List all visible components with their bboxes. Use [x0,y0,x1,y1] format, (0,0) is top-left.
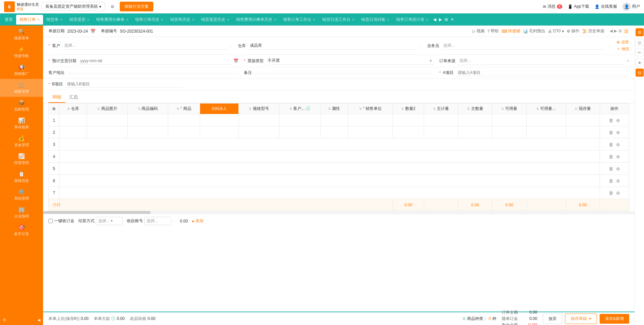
customer-code-info-icon[interactable]: ⓘ [306,106,310,111]
tab-close-icon[interactable]: ✕ [192,18,194,22]
print-action[interactable]: 🖨 打印 ▾ [548,28,564,34]
fullscreen-icon[interactable]: ⊡ [623,29,629,34]
scan-input-btn[interactable]: 扫码录入 [210,106,229,112]
salesperson-expand-icon[interactable]: ··· [608,43,611,48]
th-product-name[interactable]: ⇅ * 商品 [168,104,200,114]
th-attribute[interactable]: ⇅ 属性 [320,104,348,114]
row-1-main-qty[interactable] [458,114,492,126]
sidebar-settings-btn[interactable]: ⚙ [3,318,6,322]
tab-order-history[interactable]: 销售订单历史 ✕ [132,15,167,25]
th-current-stock[interactable]: ⇅ 现存量 [566,104,600,114]
warehouse-input[interactable]: 成品库 [248,42,416,50]
sidebar-item-basic-info[interactable]: 📋 基础信息 [0,168,43,186]
row-1-attribute[interactable] [320,114,348,126]
shortcut-action[interactable]: ⌨ 快捷键 [501,28,520,34]
tab-slip-history[interactable]: 销货单历史 ✕ [167,15,198,25]
row-1-warehouse[interactable] [60,114,87,126]
sidebar-item-operations[interactable]: 📈 经营管理 [0,150,43,168]
app-download-link[interactable]: 📱 App下载 [568,4,589,9]
horizontal-scrollbar[interactable] [43,211,635,214]
right-tool-edit[interactable]: ✏ [636,48,644,56]
prev-record-icon[interactable]: ◀ [610,29,613,34]
th-quantity2[interactable]: ⇅ 数量2 [393,104,424,114]
th-main-unit[interactable]: ⇅ 主计量 [424,104,458,114]
th-sales-unit[interactable]: ⇅ * 销售单位 [348,104,393,114]
tab-close-icon[interactable]: ✕ [87,18,89,22]
sidebar-item-search[interactable]: 🔍 搜索菜单 [0,26,43,43]
tab-close-icon[interactable]: ✕ [387,18,389,22]
row-1-available2[interactable] [526,114,566,126]
account-expand-icon[interactable]: ··· [173,219,176,224]
row-1-sales-unit[interactable] [348,114,393,126]
th-available[interactable]: ⇅ 可用量 [492,104,526,114]
tab-detail[interactable]: 明细 [48,92,65,103]
tab-close-icon[interactable]: ✕ [60,18,63,22]
operate-action[interactable]: ⚙ 操作 [567,28,579,34]
address-expand-icon[interactable]: ··· [235,71,238,75]
row-copy-btn[interactable]: ⊕ [615,141,621,148]
user-menu[interactable]: 👤 用户 [622,3,640,11]
row-2-stock[interactable] [566,126,600,138]
sidebar-item-finance[interactable]: 💰 资金管理 [0,132,43,150]
row-1-available[interactable] [492,114,526,126]
row-delete-btn[interactable]: 🗑 [608,153,614,160]
save-new-button[interactable]: 保存&新增 [600,314,629,324]
row-copy-btn[interactable]: ⊕ [615,190,621,196]
row-delete-btn[interactable]: 🗑 [608,117,614,124]
customer-address-input[interactable] [67,72,233,74]
remarks-input[interactable] [254,72,434,74]
row-delete-btn[interactable]: 🗑 [608,177,614,184]
tab-menu-icon[interactable]: ⊞ [443,17,449,22]
row-delete-btn[interactable]: 🗑 [608,129,614,136]
b-project-input[interactable] [65,81,183,88]
th-customer-code[interactable]: ⇅ 客户... ⓘ [279,104,320,114]
message-notification[interactable]: ✉ 消息 9 [543,4,562,9]
row-copy-btn[interactable]: ⊕ [615,153,621,160]
row-1-customer-code[interactable] [279,114,320,126]
tab-stats[interactable]: 销售订单统计表 ✕ [393,15,432,25]
sidebar-item-system[interactable]: ⚙️ 系统管理 [0,186,43,204]
row-2-code[interactable] [127,126,168,138]
row-2-spec[interactable] [239,126,279,138]
row-delete-btn[interactable]: 🗑 [608,165,614,172]
row-1-code[interactable] [127,114,168,126]
row-2-sales-unit[interactable] [348,126,393,138]
video-action[interactable]: ▷ 视频 [472,28,485,34]
row-1-spec[interactable] [239,114,279,126]
th-settings[interactable]: ⚙ [49,104,60,114]
tab-order-workbench[interactable]: 销售订单工作台 ✕ [280,15,319,25]
tab-summary[interactable]: 汇总 [65,92,82,103]
grid-view-icon[interactable]: ⊞ [618,29,622,34]
product-count-icon[interactable]: ⊙ [462,316,466,321]
salesperson-input[interactable]: 选择... [441,42,606,50]
sidebar-item-enterprise[interactable]: 🏢 企业协同 [0,204,43,221]
invoice-type-select[interactable]: 不开票 ▾ [266,57,434,65]
sidebar-collapse-btn[interactable]: ◀ [37,318,40,322]
next-record-icon[interactable]: ▶ [614,29,617,34]
sidebar-item-sales[interactable]: 🛒 销售管理 [0,79,43,97]
warehouse-expand-icon[interactable]: ··· [418,43,422,48]
row-2-scan[interactable] [200,126,239,138]
right-tool-scan[interactable]: ⊟ [636,69,644,77]
tab-fee-history[interactable]: 销售费用分摊单历史 ✕ [233,15,280,25]
system-selector[interactable]: 装备及固定资产辅助管理系统 ▾ [42,2,105,11]
tab-prev-icon[interactable]: ◀ [432,17,438,22]
tab-close-icon[interactable]: ✕ [352,18,354,22]
account-select[interactable]: 选择... [144,217,171,225]
row-1-qty2[interactable] [393,114,424,126]
row-2-main-qty[interactable] [458,126,492,138]
tab-close-icon[interactable]: ✕ [274,18,276,22]
profit-action[interactable]: 📊 毛利预估 [523,28,545,34]
online-service-link[interactable]: 👤 在线客服 [595,4,617,9]
help-action[interactable]: ? 帮助 [487,28,499,34]
tab-close-icon[interactable]: ✕ [426,18,428,22]
tab-daily-clear-account[interactable]: 钱货日清对账 ✕ [358,15,393,25]
row-2-attribute[interactable] [320,126,348,138]
payment-method-select[interactable]: 选择... ▾ [96,217,123,225]
a-project-input[interactable] [456,69,629,76]
current-debt-info-icon[interactable]: ⓘ [111,316,115,322]
row-2-available2[interactable] [526,126,566,138]
sidebar-item-marketing[interactable]: 📢 营销推广 [0,61,43,79]
tab-sales-order[interactable]: 销售订单 ✕ [16,15,43,25]
tab-next-icon[interactable]: ▶ [438,17,443,22]
